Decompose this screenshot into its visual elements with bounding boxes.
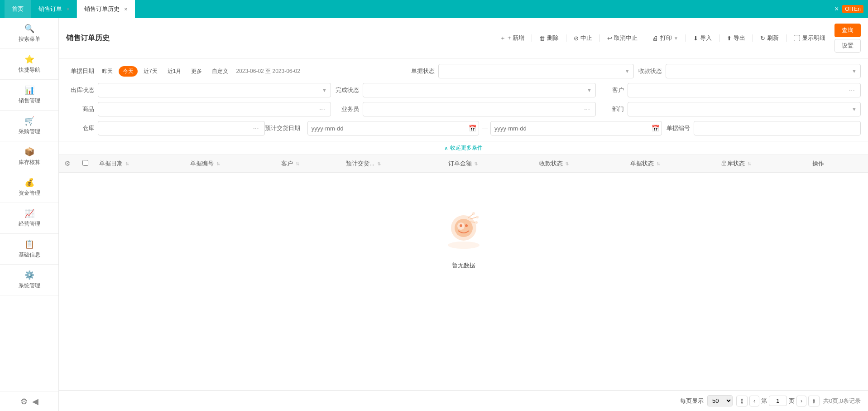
- department-select[interactable]: ▼: [628, 102, 861, 116]
- col-outbound-status-sort[interactable]: ⇅: [748, 161, 751, 166]
- date-btn-1month[interactable]: 近1月: [163, 66, 186, 77]
- settings-button[interactable]: 设置: [834, 39, 861, 53]
- filter-complete-status: 完成状态 ▼: [331, 83, 596, 97]
- product-label: 商品: [66, 105, 98, 113]
- col-payment-status-sort[interactable]: ⇅: [565, 161, 569, 166]
- col-payment-status-label: 收款状态: [539, 160, 563, 167]
- complete-status-select[interactable]: ▼: [363, 83, 596, 97]
- sidebar-settings-icon[interactable]: ⚙: [20, 396, 28, 406]
- collapse-button[interactable]: ∧ 收起更多条件: [444, 144, 483, 152]
- export-button[interactable]: ⬆ 导出: [727, 34, 745, 42]
- query-button[interactable]: 查询: [834, 24, 861, 37]
- col-customer-label: 客户: [281, 160, 293, 167]
- page-current-input[interactable]: [769, 396, 787, 406]
- page-size-select[interactable]: 50 10 20 100: [707, 395, 733, 406]
- date-btn-more[interactable]: 更多: [187, 66, 206, 77]
- cancel-stop-label: 取消中止: [614, 34, 638, 42]
- sidebar-item-operations[interactable]: 📈 经营管理: [0, 203, 58, 234]
- page-current-label: 第: [761, 397, 767, 405]
- col-order-amount-sort[interactable]: ⇅: [474, 161, 478, 166]
- table-settings-icon[interactable]: ⚙: [64, 160, 70, 167]
- refresh-label: 刷新: [767, 34, 779, 42]
- calendar-to-icon[interactable]: 📅: [652, 125, 659, 132]
- stop-button[interactable]: ⊘ 中止: [574, 34, 592, 42]
- col-expected-delivery-sort[interactable]: ⇅: [377, 161, 381, 166]
- sidebar-item-sales-label: 销售管理: [19, 97, 40, 105]
- page-header: 销售订单历史 ＋ + 新增 🗑 删除 ⊘ 中止 ↩: [59, 18, 868, 58]
- sidebar-item-search-menu[interactable]: 🔍 搜索菜单: [0, 18, 58, 49]
- sidebar: 🔍 搜索菜单 ⭐ 快捷导航 📊 销售管理 🛒 采购管理 📦 库存核算 💰 资金管…: [0, 18, 59, 411]
- print-button[interactable]: 🖨 打印 ▼: [652, 34, 678, 42]
- close-all-button[interactable]: ×: [834, 5, 839, 13]
- sidebar-item-purchase[interactable]: 🛒 采购管理: [0, 111, 58, 141]
- bill-status-select[interactable]: ▼: [438, 64, 633, 78]
- tab-sales-order[interactable]: 销售订单 ×: [31, 0, 77, 18]
- calendar-from-icon[interactable]: 📅: [469, 125, 476, 132]
- sidebar-item-basic-info[interactable]: 📋 基础信息: [0, 234, 58, 265]
- product-dots-icon[interactable]: ···: [317, 105, 327, 113]
- stop-icon: ⊘: [574, 35, 579, 42]
- col-bill-status-sort[interactable]: ⇅: [657, 161, 660, 166]
- date-btn-yesterday[interactable]: 昨天: [98, 66, 117, 77]
- department-chevron: ▼: [852, 106, 857, 112]
- select-all-checkbox[interactable]: [82, 160, 88, 166]
- warehouse-select[interactable]: ···: [98, 121, 265, 135]
- page-prev-button[interactable]: ‹: [749, 396, 759, 406]
- refresh-button[interactable]: ↻ 刷新: [760, 34, 779, 42]
- sidebar-collapse-icon[interactable]: ◀: [32, 396, 38, 406]
- date-btn-today[interactable]: 今天: [119, 66, 138, 77]
- col-bill-number-sort[interactable]: ⇅: [216, 161, 220, 166]
- product-select[interactable]: ···: [98, 102, 331, 116]
- date-btn-custom[interactable]: 自定义: [208, 66, 232, 77]
- date-range-display: 2023-06-02 至 2023-06-02: [236, 68, 300, 75]
- bill-number-input[interactable]: [694, 121, 861, 135]
- filter-warehouse: 仓库 ···: [66, 121, 265, 135]
- page-suffix: 页: [789, 397, 795, 405]
- table-body: 暂无数据: [59, 173, 868, 306]
- sidebar-item-operations-label: 经营管理: [19, 220, 40, 228]
- col-settings: ⚙: [59, 155, 77, 173]
- pagination: ⟪ ‹ 第 页 › ⟫: [736, 396, 820, 406]
- sidebar-item-inventory[interactable]: 📦 库存核算: [0, 141, 58, 172]
- customer-dots-icon[interactable]: ···: [847, 86, 857, 94]
- warehouse-dots-icon[interactable]: ···: [251, 124, 260, 132]
- expected-date-to[interactable]: [490, 121, 662, 135]
- payment-status-label: 收款状态: [634, 67, 666, 75]
- outbound-status-select[interactable]: ▼: [98, 83, 331, 97]
- expected-date-from[interactable]: [307, 121, 479, 135]
- page-next-button[interactable]: ›: [796, 396, 806, 406]
- col-bill-date-sort[interactable]: ⇅: [125, 161, 129, 166]
- new-button[interactable]: ＋ + 新增: [500, 34, 524, 42]
- col-customer-sort[interactable]: ⇅: [296, 161, 299, 166]
- cancel-stop-button[interactable]: ↩ 取消中止: [607, 34, 638, 42]
- display-detail-input[interactable]: [794, 35, 800, 41]
- sidebar-item-sales[interactable]: 📊 销售管理: [0, 80, 58, 111]
- import-button[interactable]: ⬇ 导入: [693, 34, 712, 42]
- delete-button[interactable]: 🗑 删除: [539, 34, 559, 42]
- content-area: 销售订单历史 ＋ + 新增 🗑 删除 ⊘ 中止 ↩: [59, 18, 868, 411]
- col-checkbox: [77, 155, 94, 173]
- page-last-button[interactable]: ⟫: [808, 396, 820, 406]
- filter-row-1: 单据日期 昨天 今天 近7天 近1月 更多 自定义 2023-06-02: [66, 64, 861, 78]
- new-icon: ＋: [500, 34, 506, 42]
- filter-customer: 客户 ···: [596, 83, 861, 97]
- tab-sales-order-close[interactable]: ×: [67, 6, 69, 12]
- col-bill-date: 单据日期 ⇅: [94, 155, 185, 173]
- sidebar-item-quick-nav[interactable]: ⭐ 快捷导航: [0, 49, 58, 80]
- payment-status-select[interactable]: ▼: [666, 64, 861, 78]
- customer-select[interactable]: ···: [628, 83, 861, 97]
- date-separator: —: [482, 125, 488, 132]
- date-btn-7days[interactable]: 近7天: [139, 66, 162, 77]
- tab-sales-order-history[interactable]: 销售订单历史 ×: [77, 0, 134, 18]
- display-detail-checkbox[interactable]: 显示明细: [794, 34, 825, 42]
- salesperson-select[interactable]: ···: [363, 102, 596, 116]
- sidebar-item-system[interactable]: ⚙️ 系统管理: [0, 265, 58, 295]
- display-detail-label: 显示明细: [802, 34, 825, 42]
- col-outbound-status-label: 出库状态: [721, 160, 745, 167]
- tab-sales-order-history-close[interactable]: ×: [124, 6, 127, 12]
- sidebar-item-finance[interactable]: 💰 资金管理: [0, 172, 58, 203]
- collapse-up-icon: ∧: [444, 145, 448, 151]
- tab-home[interactable]: 首页: [5, 0, 31, 18]
- salesperson-dots-icon[interactable]: ···: [582, 105, 592, 113]
- page-first-button[interactable]: ⟪: [736, 396, 748, 406]
